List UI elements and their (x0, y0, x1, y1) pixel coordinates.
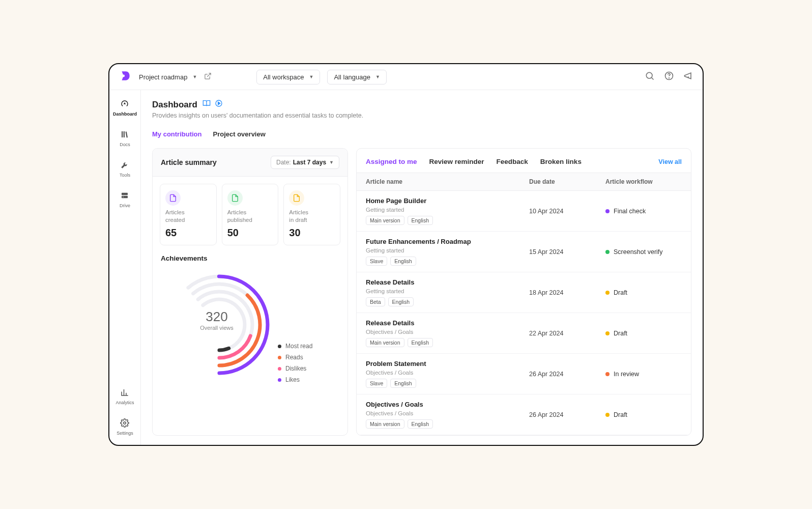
drive-icon (120, 191, 129, 201)
page-header: Dashboard Provides insights on users' do… (152, 99, 691, 119)
table-row[interactable]: Objectives / Goals Objectives / Goals Ma… (357, 394, 691, 435)
external-link-icon[interactable] (204, 72, 212, 82)
page-subtitle: Provides insights on users' documentatio… (152, 112, 691, 119)
achievements-legend: Most readReadsDislikesLikes (278, 343, 312, 383)
tab-review-reminder[interactable]: Review reminder (429, 158, 484, 165)
assigned-tabs: Assigned to me Review reminder Feedback … (366, 158, 582, 165)
legend-dot-icon (278, 356, 281, 359)
row-due-date: 26 Apr 2024 (529, 371, 605, 378)
row-title: Future Enhancements / Roadmap (366, 238, 529, 245)
table-row[interactable]: Problem Statement Objectives / Goals Sla… (357, 354, 691, 394)
row-title: Objectives / Goals (366, 401, 529, 408)
language-select[interactable]: All language ▼ (327, 70, 386, 84)
legend-dot-icon (278, 378, 281, 382)
chevron-down-icon: ▼ (309, 74, 314, 79)
language-select-label: All language (334, 73, 370, 81)
tab-assigned-to-me[interactable]: Assigned to me (366, 158, 417, 165)
panels: Article summary Date: Last 7 days ▼ Arti… (152, 148, 691, 436)
status-dot-icon (605, 250, 610, 254)
legend-label: Likes (285, 376, 300, 383)
status-dot-icon (605, 331, 610, 335)
sidebar: Dashboard Docs Tools Drive Analytics (109, 90, 141, 445)
sidebar-item-label: Drive (120, 203, 130, 208)
row-category: Objectives / Goals (366, 370, 529, 376)
svg-point-7 (124, 422, 126, 425)
table-row[interactable]: Release Details Getting started BetaEngl… (357, 272, 691, 313)
sidebar-item-label: Tools (120, 173, 130, 178)
stat-label: Articlespublished (227, 209, 273, 224)
body: Dashboard Docs Tools Drive Analytics (109, 90, 703, 445)
page-tabs: My contribution Project overview (152, 130, 691, 138)
row-tags: BetaEnglish (366, 297, 529, 306)
svg-point-0 (122, 75, 125, 77)
help-icon[interactable] (664, 71, 674, 83)
row-due-date: 22 Apr 2024 (529, 330, 605, 337)
col-workflow: Article workflow (605, 178, 682, 185)
sidebar-item-label: Dashboard (113, 111, 137, 117)
stat-card: Articlescreated 65 (160, 184, 217, 245)
tab-project-overview[interactable]: Project overview (213, 130, 266, 138)
legend-dot-icon (278, 345, 281, 348)
status-dot-icon (605, 413, 610, 417)
workspace-select[interactable]: All workspace ▼ (256, 70, 320, 84)
workflow-label: In review (614, 371, 639, 378)
row-due-date: 26 Apr 2024 (529, 411, 605, 418)
row-workflow: Draft (605, 411, 682, 418)
svg-rect-4 (122, 193, 128, 195)
svg-point-3 (669, 78, 670, 78)
col-article-name: Article name (366, 178, 529, 185)
stat-label: Articlesin draft (289, 209, 335, 224)
sidebar-item-dashboard[interactable]: Dashboard (113, 99, 137, 117)
status-dot-icon (605, 372, 610, 376)
col-due-date: Due date (529, 178, 605, 185)
table-row[interactable]: Future Enhancements / Roadmap Getting st… (357, 232, 691, 272)
sidebar-item-label: Settings (117, 431, 133, 436)
table-row[interactable]: Release Details Objectives / Goals Main … (357, 313, 691, 354)
row-tags: Main versionEnglish (366, 216, 529, 225)
view-all-link[interactable]: View all (658, 158, 682, 165)
assigned-panel: Assigned to me Review reminder Feedback … (356, 148, 691, 436)
tag: Main version (366, 338, 404, 347)
gauge-icon (120, 99, 129, 109)
workflow-label: Draft (614, 330, 627, 337)
table-row[interactable]: Home Page Builder Getting started Main v… (357, 191, 691, 232)
sidebar-item-docs[interactable]: Docs (120, 130, 130, 147)
play-circle-icon[interactable] (215, 99, 223, 110)
book-open-icon[interactable] (202, 99, 211, 110)
row-title: Release Details (366, 278, 529, 286)
row-title: Release Details (366, 319, 529, 327)
stat-value: 30 (289, 227, 335, 239)
legend-dot-icon (278, 367, 281, 371)
chart-icon (120, 388, 129, 398)
tab-feedback[interactable]: Feedback (497, 158, 528, 165)
sidebar-item-label: Docs (120, 142, 130, 147)
article-summary-heading: Article summary (161, 158, 217, 166)
project-dropdown[interactable]: Project roadmap ▼ (139, 73, 197, 81)
sidebar-item-settings[interactable]: Settings (117, 418, 133, 436)
announcement-icon[interactable] (683, 71, 693, 83)
workflow-label: Draft (614, 289, 627, 296)
tag: English (390, 257, 416, 266)
app-window: Project roadmap ▼ All workspace ▼ All la… (108, 63, 704, 446)
tab-broken-links[interactable]: Broken links (540, 158, 582, 165)
row-workflow: Draft (605, 289, 682, 296)
tag: English (390, 379, 416, 388)
tag: Beta (366, 297, 385, 306)
workspace-select-label: All workspace (263, 73, 304, 81)
row-tags: Main versionEnglish (366, 338, 529, 347)
sidebar-item-drive[interactable]: Drive (120, 191, 130, 208)
gauge-value: 320 (200, 309, 233, 325)
tab-my-contribution[interactable]: My contribution (152, 130, 202, 138)
tag: Slave (366, 257, 387, 266)
search-icon[interactable] (645, 71, 655, 83)
workflow-label: Final check (614, 208, 646, 215)
workflow-label: Draft (614, 411, 627, 418)
file-edit-icon (289, 190, 304, 206)
row-category: Objectives / Goals (366, 329, 529, 335)
row-due-date: 18 Apr 2024 (529, 289, 605, 296)
date-filter[interactable]: Date: Last 7 days ▼ (271, 156, 339, 169)
stat-value: 50 (227, 227, 273, 239)
sidebar-item-tools[interactable]: Tools (120, 160, 130, 178)
sidebar-item-analytics[interactable]: Analytics (115, 388, 134, 405)
status-dot-icon (605, 291, 610, 295)
